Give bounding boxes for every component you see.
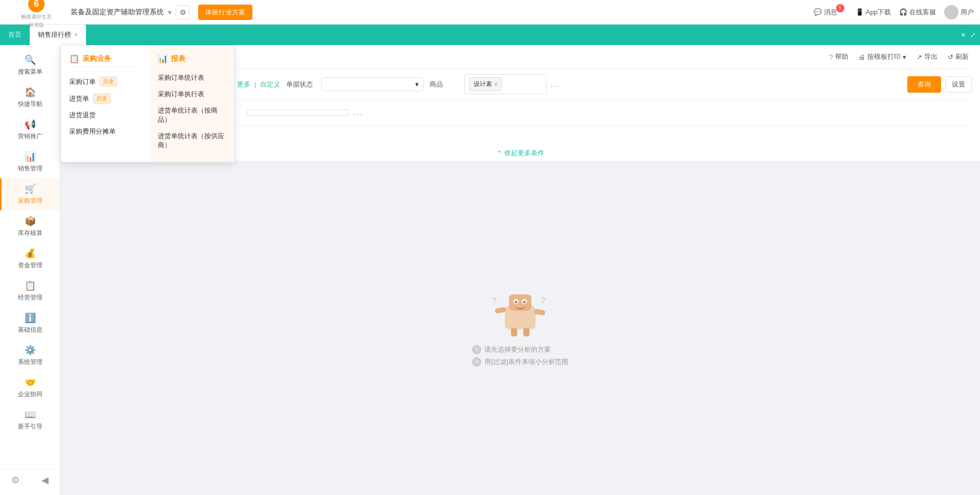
messages-btn[interactable]: 💬 消息 5	[814, 8, 847, 17]
sidebar-basic-label: 基础信息	[18, 326, 42, 334]
svg-text:?: ?	[541, 296, 545, 305]
dropdown-purchase-title: 📋 采购业务	[69, 54, 137, 67]
sidebar-item-guide[interactable]: 📖 新手引导	[0, 404, 60, 436]
export-icon: ↗	[917, 53, 922, 61]
svg-rect-8	[495, 307, 506, 314]
date-shortcut-custom[interactable]: 自定义	[260, 80, 280, 89]
sidebar-item-system-mgmt[interactable]: ⚙️ 系统管理	[0, 339, 60, 372]
print-icon: 🖨	[859, 53, 865, 61]
goods-label: 商品	[430, 80, 460, 89]
marketing-icon: 📢	[25, 119, 36, 130]
top-bar: 6 畅捷通好生意 标准版 装备及固定资产辅助管理系统 ▾ ⚙ 体验行业方案 💬 …	[0, 0, 980, 25]
system-title-area: 装备及固定资产辅助管理系统 ▾ ⚙ 体验行业方案	[67, 5, 814, 20]
sidebar-search-label: 搜索菜单	[18, 68, 42, 76]
sidebar-item-inventory[interactable]: 📦 库存核算	[0, 210, 60, 243]
salesperson-dots[interactable]: ...	[353, 108, 363, 117]
goods-tag-remove[interactable]: ×	[494, 81, 498, 88]
system-dropdown-icon[interactable]: ▾	[168, 8, 172, 16]
settings-icon-btn[interactable]: ⚙	[176, 5, 190, 19]
filter-settings-btn[interactable]: 设置	[945, 76, 972, 93]
top-right: 💬 消息 5 📱 App下载 🎧 在线客服 用户	[814, 5, 974, 19]
sidebar-item-finance[interactable]: 💰 资金管理	[0, 243, 60, 275]
sidebar-item-basic-info[interactable]: ℹ️ 基础信息	[0, 307, 60, 339]
guide-icon: 📖	[25, 409, 36, 420]
refresh-btn[interactable]: ↺ 刷新	[945, 50, 972, 63]
goods-input[interactable]: 设计素 ×	[464, 74, 546, 94]
voucher-status-select[interactable]: ▾	[321, 77, 423, 91]
hint-num-1: ①	[472, 345, 481, 354]
message-icon: 💬	[814, 8, 822, 16]
dropdown-purchase-receipt[interactable]: 进货单 历史	[69, 90, 137, 107]
empty-state: ? ? ① 请先选择要分析的方案 ② 用[过滤]条件来缩小分析范围	[60, 161, 980, 495]
tab-bar-right: ✕ ⤢	[961, 31, 980, 39]
sidebar-inventory-label: 库存核算	[18, 229, 42, 238]
sidebar-sales-label: 销售管理	[18, 164, 42, 173]
logo-area: 6 畅捷通好生意 标准版	[6, 0, 67, 29]
sales-icon: 📊	[25, 151, 36, 162]
goods-condition: 商品 设计素 × ...	[430, 74, 560, 94]
collapse-text: 收起更多条件	[504, 148, 544, 158]
sidebar-settings-btn[interactable]: ⚙	[11, 475, 19, 486]
sidebar-item-quick-nav[interactable]: 🏠 快捷导航	[0, 81, 60, 114]
sidebar-item-business-mgmt[interactable]: 📋 经营管理	[0, 275, 60, 307]
svg-point-4	[515, 300, 518, 303]
print-dropdown-icon: ▾	[903, 53, 906, 61]
sidebar-item-marketing[interactable]: 📢 营销推广	[0, 114, 60, 146]
sidebar-system-label: 系统管理	[18, 358, 42, 367]
hint-text-2: 用[过滤]条件来缩小分析范围	[484, 357, 568, 367]
sidebar-item-search-menu[interactable]: 🔍 搜索菜单	[0, 49, 60, 81]
voucher-status-dropdown-icon: ▾	[415, 80, 419, 88]
sidebar-finance-label: 资金管理	[18, 261, 42, 270]
dropdown-purchase-order-stats[interactable]: 采购订单统计表	[158, 70, 226, 86]
inventory-icon: 📦	[25, 216, 36, 227]
purchase-dropdown-menu: 📋 采购业务 采购订单 历史 进货单 历史 进货退货 采购费用分摊单 📊 报表	[60, 45, 235, 162]
sidebar-quick-nav-label: 快捷导航	[18, 100, 42, 109]
svg-point-5	[523, 300, 526, 303]
tab-sales-rank-label: 销售排行榜	[38, 30, 71, 39]
sidebar-collapse-btn[interactable]: ◀	[41, 475, 49, 486]
industry-btn[interactable]: 体验行业方案	[198, 5, 252, 20]
svg-rect-6	[511, 328, 517, 336]
dropdown-purchase-order[interactable]: 采购订单 历史	[69, 73, 137, 90]
dropdown-purchase-order-exec[interactable]: 采购订单执行表	[158, 86, 226, 102]
sidebar-marketing-label: 营销推广	[18, 132, 42, 141]
dropdown-purchase-return[interactable]: 进货退货	[69, 107, 137, 123]
tab-expand-icon[interactable]: ⤢	[970, 31, 976, 39]
business-icon: 📋	[25, 280, 36, 291]
phone-icon: 📱	[856, 8, 864, 16]
brand-name: 畅捷通好生意	[21, 13, 52, 20]
brand-version: 标准版	[29, 21, 44, 29]
sidebar-item-purchase-mgmt[interactable]: 🛒 采购管理	[0, 178, 60, 210]
dropdown-receipt-stats-by-product[interactable]: 进货单统计表（按商品）	[158, 102, 226, 128]
sidebar-purchase-label: 采购管理	[18, 197, 42, 205]
query-btn[interactable]: 查询	[907, 76, 941, 93]
svg-text:?: ?	[492, 296, 497, 305]
online-service-btn[interactable]: 🎧 在线客服	[899, 8, 936, 17]
system-title: 装备及固定资产辅助管理系统	[71, 8, 164, 17]
sidebar-item-enterprise[interactable]: 🤝 企业协同	[0, 372, 60, 404]
user-area[interactable]: 用户	[944, 5, 974, 19]
hint-text-1: 请先选择要分析的方案	[484, 345, 551, 354]
dropdown-receipt-stats-by-supplier[interactable]: 进货单统计表（按供应商）	[158, 128, 226, 154]
refresh-icon: ↺	[948, 53, 953, 61]
purchase-order-history-tag: 历史	[100, 77, 117, 87]
sidebar-guide-label: 新手引导	[18, 422, 42, 431]
svg-rect-1	[509, 294, 531, 311]
help-btn[interactable]: ? 帮助	[826, 50, 851, 63]
tab-close-all-icon[interactable]: ✕	[961, 31, 966, 39]
salesperson-input[interactable]	[247, 110, 349, 116]
headset-icon: 🎧	[899, 8, 907, 16]
app-download-btn[interactable]: 📱 App下载	[856, 8, 891, 17]
date-shortcut-more[interactable]: 更多	[237, 80, 250, 89]
tab-close-icon[interactable]: ×	[74, 31, 78, 38]
sidebar-item-sales-mgmt[interactable]: 📊 销售管理	[0, 146, 60, 178]
export-btn[interactable]: ↗ 导出	[913, 50, 941, 63]
goods-dots[interactable]: ...	[550, 80, 560, 89]
message-badge: 5	[836, 4, 844, 12]
system-icon: ⚙️	[25, 345, 36, 356]
dropdown-purchase-col: 📋 采购业务 采购订单 历史 进货单 历史 进货退货 采购费用分摊单	[69, 54, 137, 154]
print-template-btn[interactable]: 🖨 按模板打印 ▾	[856, 50, 909, 63]
dropdown-purchase-expense[interactable]: 采购费用分摊单	[69, 123, 137, 140]
basicinfo-icon: ℹ️	[25, 312, 36, 324]
dropdown-report-title: 📊 报表	[158, 54, 226, 63]
